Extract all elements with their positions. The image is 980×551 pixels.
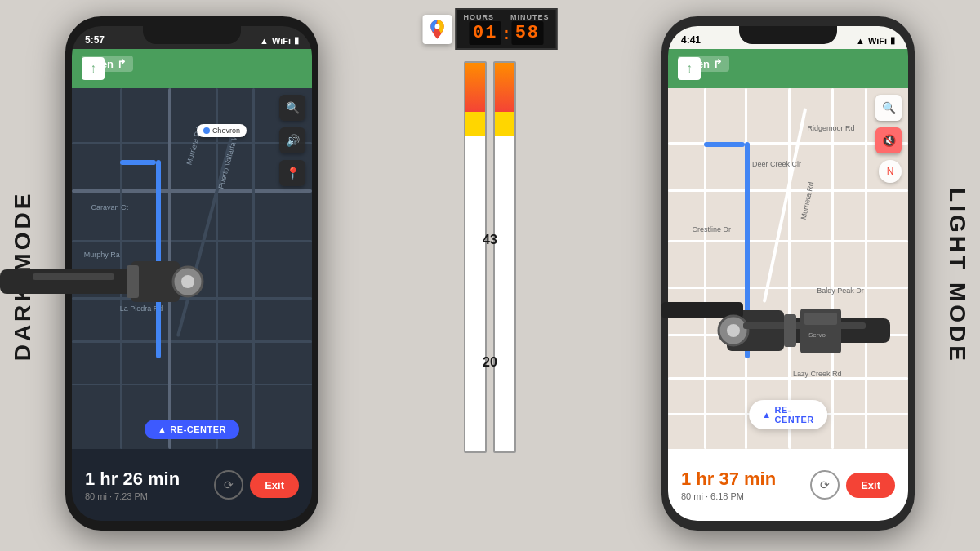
google-maps-icon: [422, 15, 452, 44]
left-bottom-actions: ⟳ Exit: [214, 470, 299, 500]
hours-digits: 01: [470, 21, 501, 45]
battery-icon-r: ▮: [890, 35, 895, 46]
left-status-time: 5:57: [85, 34, 105, 46]
road-h4: [72, 297, 312, 300]
left-phone: 5:57 ▲ WiFi ▮ ↑ Then ↱: [65, 16, 318, 531]
center-panel: HOURS MINUTES 01 : 58: [429, 0, 551, 551]
battery-bars: [464, 61, 516, 453]
red-fill-r: [495, 63, 514, 112]
right-route-h: [704, 142, 745, 147]
recenter-arrow-r: ▲: [762, 410, 771, 420]
map-label-bachelor: Mt Bachelor Way: [783, 334, 839, 342]
wifi-icon-r: WiFi: [868, 36, 887, 46]
road-lv3: [788, 88, 791, 449]
map-label-ridgemoor: Ridgemoor Rd: [808, 124, 855, 132]
road-v1: [120, 88, 122, 449]
right-compass[interactable]: N: [879, 160, 902, 183]
left-search-btn[interactable]: 🔍: [279, 95, 305, 121]
right-battery-segments: [495, 63, 514, 451]
left-map[interactable]: Murphy Ra Caravan Ct La Piedra Rd Puerto…: [72, 88, 312, 449]
recenter-arrow: ▲: [158, 424, 167, 434]
signal-icon: ▲: [260, 36, 269, 46]
pin-label: Chevron: [212, 127, 240, 135]
map-label-baldy: Baldy Peak Dr: [817, 287, 864, 295]
right-bottom-bar: 1 hr 37 min 80 mi · 6:18 PM ⟳ Exit: [668, 449, 908, 521]
timer-box: HOURS MINUTES 01 : 58: [455, 8, 557, 50]
map-label-catano: Catano Rd: [711, 312, 746, 320]
right-bottom-actions: ⟳ Exit: [810, 470, 895, 500]
mute-icon: 🔇: [882, 134, 896, 147]
right-trip-detail: 80 mi · 6:18 PM: [681, 491, 776, 501]
road-h3: [72, 240, 312, 242]
map-label-lazycreek: Lazy Creek Rd: [793, 370, 842, 378]
battery-icon: ▮: [294, 35, 299, 46]
red-fill: [466, 63, 485, 112]
left-battery-segments: [466, 63, 485, 451]
left-trip-detail: 80 mi · 7:23 PM: [85, 491, 180, 501]
right-recenter-label: RE-CENTER: [775, 405, 814, 424]
left-then-arrow-icon: ↱: [117, 57, 127, 70]
minutes-digits: 58: [512, 21, 543, 45]
right-trip-time: 1 hr 37 min: [681, 469, 776, 490]
left-exit-btn[interactable]: Exit: [250, 473, 299, 498]
right-trip-info: 1 hr 37 min 80 mi · 6:18 PM: [681, 469, 776, 501]
left-notch: [143, 26, 241, 44]
left-bottom-bar: 1 hr 26 min 80 mi · 7:23 PM ⟳ Exit: [72, 449, 312, 521]
left-location-btn[interactable]: 📍: [279, 160, 305, 186]
left-trip-info: 1 hr 26 min 80 mi · 7:23 PM: [85, 469, 180, 501]
white-fill: [466, 136, 485, 451]
road-h2: [72, 189, 312, 193]
right-route-v: [745, 142, 750, 358]
timer-display: HOURS MINUTES 01 : 58: [422, 8, 557, 50]
right-battery-bar: [493, 61, 516, 453]
chevron-pin: Chevron: [197, 124, 247, 137]
left-phone-screen: 5:57 ▲ WiFi ▮ ↑ Then ↱: [72, 26, 312, 521]
left-status-icons: ▲ WiFi ▮: [260, 35, 299, 46]
right-search-btn[interactable]: 🔍: [875, 95, 902, 121]
right-status-time: 4:41: [681, 34, 701, 46]
right-exit-btn[interactable]: Exit: [846, 473, 895, 498]
level-43-label: 43: [483, 233, 497, 247]
road-v2: [168, 88, 172, 449]
level-20-label: 20: [483, 355, 497, 370]
map-label-murphy: Murphy Ra: [84, 251, 120, 259]
right-nav-icon[interactable]: ⟳: [810, 470, 840, 500]
right-phone-screen: 4:41 ▲ WiFi ▮ ↑ Then ↱: [668, 26, 908, 521]
wifi-icon: WiFi: [272, 36, 291, 46]
road-lv5: [865, 88, 867, 449]
light-mode-label: LIGHT MODE: [944, 188, 970, 364]
digit-separator: :: [503, 23, 509, 44]
right-then-arrow-icon: ↱: [713, 57, 723, 70]
pin-dot: [203, 127, 210, 134]
signal-icon-r: ▲: [856, 36, 865, 46]
right-phone: 4:41 ▲ WiFi ▮ ↑ Then ↱: [662, 16, 915, 531]
left-nav-icon[interactable]: ⟳: [214, 470, 243, 500]
road-h5: [72, 340, 312, 343]
yellow-fill: [466, 112, 485, 136]
white-fill-r: [495, 136, 514, 451]
road-lv4: [831, 88, 834, 449]
road-v4: [252, 88, 255, 449]
timer-digits: 01 : 58: [470, 21, 543, 45]
right-then-badge: Then ↱: [678, 56, 729, 72]
map-label-deercreek: Deer Creek Cir: [752, 160, 801, 168]
right-notch: [739, 26, 837, 44]
left-recenter-label: RE-CENTER: [170, 424, 226, 434]
right-then-text: Then: [684, 58, 710, 70]
right-status-icons: ▲ WiFi ▮: [856, 35, 895, 46]
map-label-crestline: Crestline Dr: [692, 225, 731, 233]
right-sound-btn[interactable]: 🔇: [875, 127, 902, 153]
map-label-caravan: Caravan Ct: [91, 203, 129, 211]
right-map[interactable]: Ridgemoor Rd Deer Creek Cir Murrieta Rd …: [668, 88, 908, 449]
left-battery-bar: [464, 61, 487, 453]
left-sound-btn[interactable]: 🔊: [279, 127, 305, 153]
hours-label: HOURS: [463, 13, 494, 21]
svg-point-0: [435, 24, 440, 29]
road-h6: [72, 384, 312, 385]
right-recenter-btn[interactable]: ▲ RE-CENTER: [749, 400, 827, 429]
road-v3: [216, 88, 218, 449]
left-recenter-btn[interactable]: ▲ RE-CENTER: [145, 420, 239, 439]
left-then-text: Then: [88, 58, 114, 70]
dark-mode-label: DARK MODE: [10, 190, 36, 361]
left-then-badge: Then ↱: [82, 56, 133, 72]
